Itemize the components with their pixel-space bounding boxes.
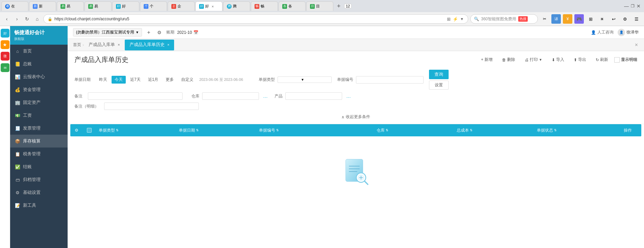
- breadcrumb-home[interactable]: 首页: [72, 42, 82, 48]
- maximize-button[interactable]: ❐: [631, 4, 635, 8]
- tab-list-close[interactable]: ×: [118, 43, 120, 47]
- tab-11[interactable]: 各 各: [279, 1, 306, 11]
- sidebar-item-invoice[interactable]: 🧾 发票管理: [10, 122, 68, 135]
- sidebar-item-archive[interactable]: 🗃 归档管理: [10, 173, 68, 186]
- home-nav-button[interactable]: ⌂: [33, 15, 41, 23]
- company-settings-button[interactable]: ⚙: [156, 28, 164, 37]
- import-button[interactable]: ⬇ 导入: [548, 55, 568, 64]
- refresh-button[interactable]: ↻: [23, 15, 31, 23]
- forward-button[interactable]: ›: [13, 15, 21, 23]
- th-number[interactable]: 单据编号 ⇅: [256, 128, 374, 133]
- tab-5[interactable]: 好 好: [112, 1, 139, 11]
- translate-icon[interactable]: 译: [551, 14, 561, 24]
- sidebar-item-report[interactable]: 📊 云报表中心: [10, 70, 68, 83]
- date-btn-1month[interactable]: 近1月: [145, 76, 162, 84]
- collapse-button[interactable]: ∧ 收起更多条件: [341, 114, 370, 120]
- show-cols-checkbox[interactable]: [614, 57, 620, 63]
- sidebar-item-tax[interactable]: 📋 税务管理: [10, 148, 68, 160]
- tab-1[interactable]: 在 在: [1, 1, 28, 11]
- th-settings[interactable]: ⚙: [70, 128, 82, 133]
- tab-3[interactable]: 易 易: [57, 1, 84, 11]
- app-icon-mail[interactable]: ✉: [1, 63, 9, 72]
- grid-icon: ⊞: [447, 17, 451, 22]
- tab-history-close[interactable]: ×: [167, 43, 169, 47]
- menu-icon[interactable]: ☰: [632, 14, 641, 24]
- currency-icon[interactable]: ¥: [563, 14, 572, 24]
- period-value[interactable]: 2021-10 📅: [177, 30, 198, 35]
- app-icon-main[interactable]: 好: [1, 29, 9, 38]
- sidebar-item-inventory[interactable]: 📦 库存核算: [10, 135, 68, 148]
- warehouse-input[interactable]: [202, 92, 259, 100]
- sidebar-item-home[interactable]: ⌂ 首页: [10, 45, 68, 58]
- app-icon-weibo[interactable]: 微: [1, 52, 9, 61]
- brightness-icon[interactable]: ☀: [597, 14, 607, 24]
- date-btn-7days[interactable]: 近7天: [127, 76, 144, 84]
- sidebar-item-ledger[interactable]: 📒 总账: [10, 58, 68, 70]
- gamepad-icon[interactable]: 🎮: [574, 14, 584, 24]
- url-box[interactable]: 🔒 https://cloud.chanjet.com/accounting/u…: [43, 14, 468, 24]
- tab-list[interactable]: 产成品入库单 ×: [84, 40, 124, 50]
- bill-type-select[interactable]: ▼: [278, 76, 332, 83]
- settings-icon[interactable]: ⚙: [620, 14, 630, 24]
- tab-4[interactable]: 易 易: [85, 1, 112, 11]
- minimize-button[interactable]: —: [624, 3, 629, 9]
- print-button[interactable]: 🖨 打印 ▼: [521, 55, 546, 64]
- query-button[interactable]: 查询: [429, 70, 449, 79]
- new-tab-button[interactable]: +: [334, 1, 343, 11]
- scissors-icon[interactable]: ✂: [540, 14, 549, 24]
- refresh-button[interactable]: ↻ 刷新: [592, 55, 612, 64]
- sidebar-item-payroll[interactable]: 💵 工资: [10, 109, 68, 122]
- sidebar-item-checkout[interactable]: ✅ 结账: [10, 160, 68, 173]
- delete-button[interactable]: 🗑 删除: [499, 55, 519, 64]
- export-button[interactable]: ⬆ 导出: [570, 55, 590, 64]
- product-input[interactable]: [285, 92, 342, 100]
- app-icon-star[interactable]: ★: [1, 40, 9, 49]
- select-all-checkbox[interactable]: [87, 128, 92, 133]
- date-btn-custom[interactable]: 自定义: [178, 76, 196, 84]
- tab-12[interactable]: 目 目: [306, 1, 333, 11]
- th-status[interactable]: 单据状态 ⇅: [534, 128, 614, 133]
- warehouse-dots-button[interactable]: …: [262, 93, 269, 99]
- add-button[interactable]: + 新增: [478, 55, 496, 64]
- th-checkbox[interactable]: [82, 128, 96, 133]
- note-input[interactable]: [88, 92, 183, 100]
- add-company-button[interactable]: +: [145, 28, 153, 37]
- user-service-button[interactable]: 👤 人工咨询: [591, 29, 614, 35]
- warehouse-label: 仓库: [191, 93, 199, 99]
- note-detail-input[interactable]: [104, 103, 199, 110]
- date-btn-today[interactable]: 今天: [112, 76, 126, 84]
- sidebar-item-assets[interactable]: 🏢 固定资产: [10, 96, 68, 109]
- th-date[interactable]: 单据日期 ⇅: [176, 128, 256, 133]
- date-btn-yesterday[interactable]: 昨天: [96, 76, 110, 84]
- print-dropdown-icon[interactable]: ▼: [539, 58, 542, 62]
- th-warehouse[interactable]: 仓库 ⇅: [374, 128, 454, 133]
- set-button[interactable]: 设置: [429, 81, 449, 90]
- sidebar-item-fund[interactable]: 💰 资金管理: [10, 83, 68, 96]
- th-type[interactable]: 单据类型 ⇅: [96, 128, 176, 133]
- tab-7[interactable]: 企 企: [168, 1, 195, 11]
- back-button[interactable]: ‹: [3, 15, 11, 23]
- content-close-button[interactable]: ×: [633, 42, 640, 48]
- layout-icon[interactable]: ⊞: [586, 14, 595, 24]
- archive-icon: 🗃: [15, 177, 20, 182]
- product-dots-button[interactable]: …: [345, 93, 352, 99]
- sidebar-item-basic[interactable]: ⚙ 基础设置: [10, 186, 68, 199]
- tab-history[interactable]: 产成品入库单历史 ×: [125, 40, 174, 50]
- date-btn-more[interactable]: 更多: [163, 76, 177, 84]
- undo-icon[interactable]: ↩: [609, 14, 618, 24]
- th-cost[interactable]: 总成本 ⇅: [454, 128, 534, 133]
- show-cols-toggle[interactable]: 显示明细: [614, 57, 637, 63]
- tab-close-8[interactable]: ×: [212, 4, 214, 8]
- user-name[interactable]: 👤 徐泽华: [618, 29, 639, 36]
- dropdown-icon[interactable]: ▼: [460, 17, 464, 21]
- tab-6[interactable]: 个 个: [140, 1, 167, 11]
- bill-number-input[interactable]: [356, 76, 424, 84]
- tab-2[interactable]: 新 新: [29, 1, 56, 11]
- close-button[interactable]: ✕: [637, 3, 641, 9]
- sidebar-item-new-bill[interactable]: 📝 新工具: [10, 199, 68, 212]
- tab-8[interactable]: 好 好 ×: [195, 1, 222, 11]
- search-box[interactable]: 🔍 360智能抠图免费用 热搜: [470, 14, 538, 24]
- company-select[interactable]: (勿删勿禁用）江西服宝测试专用 ▼: [73, 28, 142, 37]
- tab-10[interactable]: 畅 畅: [251, 1, 278, 11]
- tab-9[interactable]: 腾 腾: [223, 1, 250, 11]
